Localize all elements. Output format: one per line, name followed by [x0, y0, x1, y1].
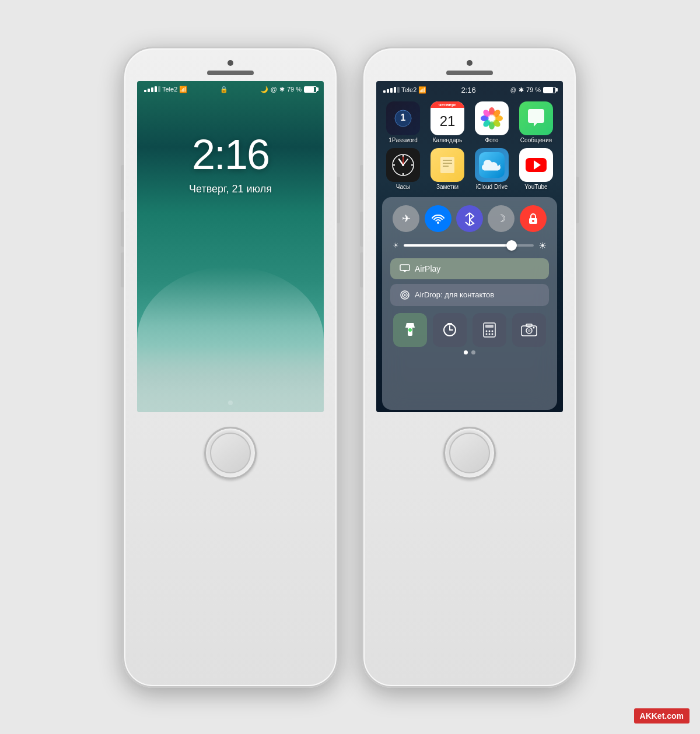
- cc-toggle-lock[interactable]: [520, 205, 547, 232]
- app-label-calendar: Календарь: [433, 137, 462, 143]
- svg-point-46: [486, 330, 488, 332]
- app-label-1password: 1Password: [388, 137, 417, 143]
- cc-timer-button[interactable]: [433, 313, 467, 347]
- app-icon-notes: [430, 148, 464, 182]
- home-button-inner-left: [210, 433, 251, 473]
- wifi-icon-right: 📶: [418, 86, 426, 94]
- carrier-right: Tele2: [401, 86, 416, 93]
- airdrop-label: AirDrop: для контактов: [415, 290, 494, 299]
- bluetooth-icon-right: ✱: [519, 86, 524, 94]
- lock-page-dot: [228, 401, 233, 405]
- phone-top-right: [363, 48, 576, 75]
- brightness-track[interactable]: [404, 244, 534, 247]
- cc-airdrop-button[interactable]: AirDrop: для контактов: [390, 284, 549, 306]
- status-left-right: Tele2 📶: [383, 86, 426, 94]
- status-time-right: 2:16: [461, 86, 475, 94]
- app-label-icloud: iCloud Drive: [476, 184, 508, 190]
- svg-rect-45: [485, 325, 494, 328]
- app-label-youtube: YouTube: [524, 184, 547, 190]
- cc-airplay-button[interactable]: AirPlay: [390, 258, 549, 279]
- svg-point-47: [489, 330, 491, 332]
- home-screen: Tele2 📶 2:16 @ ✱ 79 %: [376, 81, 563, 412]
- page-dot-2: [471, 350, 475, 354]
- status-left: Tele2 📶: [144, 86, 187, 93]
- svg-rect-22: [440, 157, 454, 173]
- app-notes[interactable]: Заметки: [428, 148, 467, 190]
- app-icon-icloud: [475, 148, 509, 182]
- app-label-clock: Часы: [396, 184, 410, 190]
- cc-toggle-wifi[interactable]: [425, 205, 452, 232]
- svg-marker-37: [405, 323, 415, 328]
- app-icon-messages: [519, 101, 553, 135]
- signal-bars-right: [383, 87, 400, 93]
- lock-icon-center: 🔒: [220, 86, 228, 93]
- status-right-right: @ ✱ 79 %: [510, 86, 556, 94]
- cc-toggle-airplane[interactable]: ✈: [393, 205, 419, 232]
- svg-marker-33: [402, 270, 407, 272]
- status-right-left: 🌙 @ ✱ 79 %: [260, 86, 317, 93]
- svg-point-51: [492, 333, 494, 335]
- cc-camera-button[interactable]: [512, 313, 546, 347]
- svg-point-36: [404, 294, 406, 296]
- battery-icon-right: [543, 87, 556, 93]
- svg-point-56: [533, 326, 535, 328]
- cc-calculator-button[interactable]: [473, 313, 506, 347]
- left-phone: Tele2 📶 🔒 🌙 @ ✱ 79 % 2:16 Четверг, 21 ию…: [123, 47, 338, 688]
- app-icloud[interactable]: iCloud Drive: [472, 148, 512, 190]
- app-calendar[interactable]: четверг 21 Календарь: [428, 101, 467, 143]
- svg-point-48: [492, 330, 494, 332]
- cc-toggle-moon[interactable]: ☽: [488, 205, 514, 232]
- home-button-left[interactable]: [204, 427, 257, 479]
- svg-point-54: [528, 329, 531, 332]
- camera-dot: [228, 60, 233, 66]
- svg-point-39: [408, 328, 412, 332]
- phone-top-left: [124, 48, 337, 75]
- cc-toggle-bluetooth[interactable]: [456, 205, 483, 232]
- home-button-right[interactable]: [443, 427, 496, 479]
- app-messages[interactable]: Сообщения: [516, 101, 556, 143]
- watermark: AKKet.com: [634, 708, 690, 724]
- speaker-grille-right: [446, 71, 493, 75]
- battery-percent-left: 79 %: [287, 86, 302, 93]
- app-icon-1password: 1: [386, 101, 420, 135]
- app-grid: 1 1Password четверг 21 Календарь: [376, 97, 563, 195]
- app-label-messages: Сообщения: [520, 137, 552, 143]
- svg-point-49: [486, 333, 488, 335]
- svg-point-31: [532, 220, 534, 222]
- home-button-inner-right: [449, 433, 490, 473]
- speaker-grille: [207, 71, 254, 75]
- page-indicator: [390, 350, 549, 354]
- app-clock[interactable]: Часы: [383, 148, 423, 190]
- status-bar-right: Tele2 📶 2:16 @ ✱ 79 %: [376, 81, 563, 97]
- brightness-min-icon: ☀: [393, 241, 399, 250]
- status-bar-left: Tele2 📶 🔒 🌙 @ ✱ 79 %: [137, 81, 324, 96]
- airplay-label: AirPlay: [415, 264, 440, 273]
- app-label-photos: Фото: [485, 137, 499, 143]
- app-1password[interactable]: 1 1Password: [383, 101, 423, 143]
- at-icon-right: @: [510, 87, 516, 93]
- svg-rect-55: [526, 324, 532, 326]
- moon-icon: 🌙: [260, 86, 268, 93]
- battery-percent-right: 79 %: [526, 86, 541, 93]
- app-icon-clock: [386, 148, 420, 182]
- brightness-fill: [404, 244, 508, 247]
- svg-point-11: [488, 114, 496, 122]
- lock-date: Четверг, 21 июля: [189, 183, 272, 195]
- app-icon-photos: [475, 101, 509, 135]
- app-icon-youtube: [519, 148, 553, 182]
- brightness-max-icon: ☀: [538, 240, 547, 251]
- wifi-icon-left: 📶: [179, 86, 187, 93]
- app-icon-calendar: четверг 21: [430, 101, 464, 135]
- bluetooth-icon-left: ✱: [279, 86, 285, 93]
- app-youtube[interactable]: YouTube: [516, 148, 556, 190]
- cc-flashlight-button[interactable]: [393, 313, 427, 347]
- carrier-left: Tele2: [162, 86, 177, 93]
- app-label-notes: Заметки: [436, 184, 459, 190]
- page-dot-1: [464, 350, 468, 354]
- app-photos[interactable]: Фото: [472, 101, 512, 143]
- svg-point-50: [489, 333, 491, 335]
- brightness-thumb: [506, 240, 517, 251]
- lock-time: 2:16: [192, 131, 269, 178]
- cc-toggle-row: ✈ ☽: [390, 205, 549, 232]
- svg-rect-32: [400, 265, 410, 271]
